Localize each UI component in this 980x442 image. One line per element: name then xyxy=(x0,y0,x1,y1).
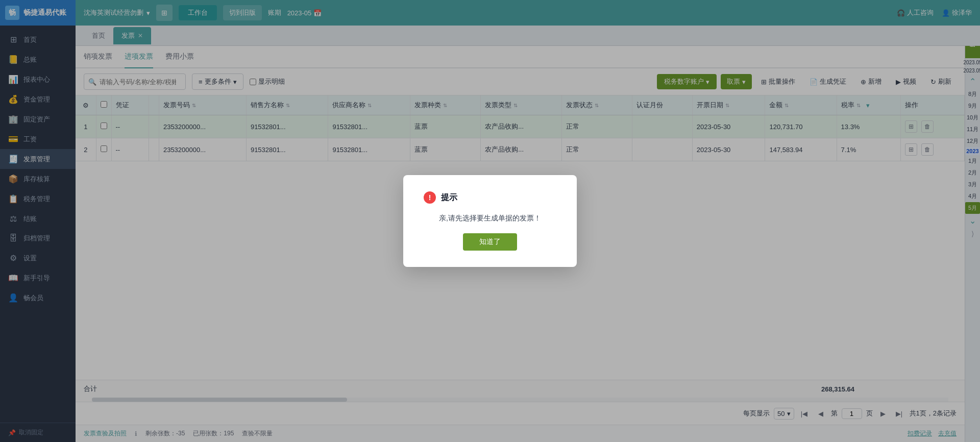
modal-title: 提示 xyxy=(441,192,457,203)
modal-overlay: ! 提示 亲,请先选择要生成单据的发票！ 知道了 xyxy=(76,0,980,442)
modal-ok-button[interactable]: 知道了 xyxy=(463,233,517,251)
main-area: 沈海英测试经营勿删 ▾ ⊞ 工作台 切到旧版 账期 2023-05 📅 🎧 人工… xyxy=(76,0,980,442)
modal-message: 亲,请先选择要生成单据的发票！ xyxy=(439,214,541,223)
modal-header: ! 提示 xyxy=(424,191,457,204)
warning-icon: ! xyxy=(424,191,436,204)
alert-modal: ! 提示 亲,请先选择要生成单据的发票！ 知道了 xyxy=(403,175,577,267)
